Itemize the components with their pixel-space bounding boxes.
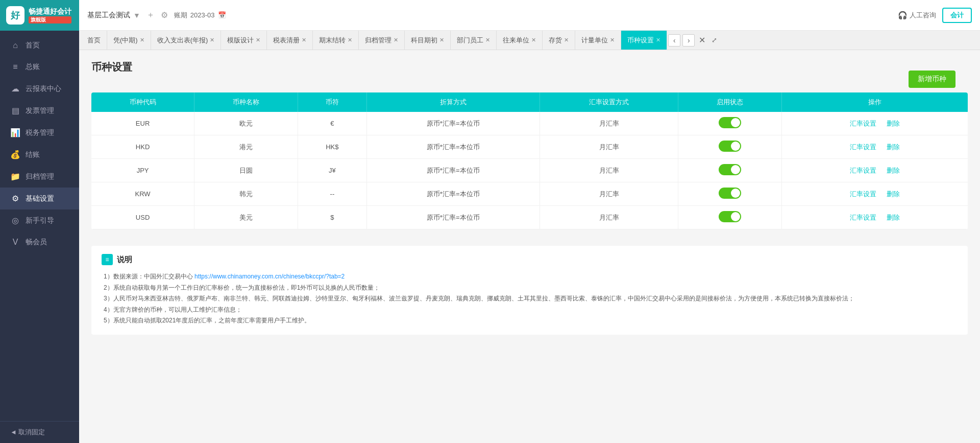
topbar-settings-icon[interactable]: ⚙: [161, 10, 168, 20]
delete-link[interactable]: 删除: [887, 167, 900, 174]
tab-currency[interactable]: 币种设置 ✕: [621, 31, 667, 50]
rate-setting-link[interactable]: 汇率设置: [850, 120, 876, 127]
delete-link[interactable]: 删除: [887, 214, 900, 221]
tab-period-end[interactable]: 期末结转 ✕: [313, 31, 359, 50]
delete-link[interactable]: 删除: [887, 190, 900, 198]
sidebar-item-ledger[interactable]: ≡ 总账: [0, 56, 79, 78]
ledger-icon: ≡: [10, 62, 20, 72]
delete-link[interactable]: 删除: [887, 120, 900, 127]
status-toggle[interactable]: [719, 117, 741, 128]
tab-label: 归档管理: [365, 36, 391, 45]
col-symbol: 币符: [298, 92, 366, 112]
tab-next-button[interactable]: ›: [682, 34, 695, 46]
tab-label: 部门员工: [457, 36, 483, 45]
sidebar-item-reports[interactable]: ☁ 云报表中心: [0, 78, 79, 100]
cell-code: USD: [91, 206, 194, 229]
sidebar-item-guide[interactable]: ◎ 新手引导: [0, 209, 79, 231]
tab-close-icon[interactable]: ✕: [564, 37, 569, 43]
tab-label: 期末结转: [319, 36, 346, 45]
table-row: JPY 日圆 J¥ 原币*汇率=本位币 月汇率 汇率设置 删除: [91, 159, 968, 182]
sidebar-nav: ⌂ 首页 ≡ 总账 ☁ 云报表中心 ▤ 发票管理 📊 税务管理 💰 结账 📁 归…: [0, 31, 79, 421]
cell-status: [678, 112, 782, 135]
sidebar-pin-toggle[interactable]: ◄ 取消固定: [0, 421, 79, 443]
status-toggle[interactable]: [719, 164, 741, 175]
sidebar: 好 畅捷通好会计 旗舰版 ⌂ 首页 ≡ 总账 ☁ 云报表中心 ▤ 发票管理 📊 …: [0, 0, 79, 443]
tab-close-icon[interactable]: ✕: [610, 37, 615, 43]
tab-income[interactable]: 收入支出表(年报) ✕: [151, 31, 222, 50]
col-code: 币种代码: [91, 92, 194, 112]
sidebar-item-home[interactable]: ⌂ 首页: [0, 35, 79, 56]
tab-close-icon[interactable]: ✕: [210, 37, 214, 43]
guide-icon: ◎: [10, 216, 20, 225]
cell-actions: 汇率设置 删除: [782, 159, 968, 182]
tab-contacts[interactable]: 往来单位 ✕: [497, 31, 543, 50]
tab-close-icon[interactable]: ✕: [256, 37, 260, 43]
tab-voucher[interactable]: 凭(中期) ✕: [107, 31, 151, 50]
tab-tax-clear[interactable]: 税表清册 ✕: [267, 31, 313, 50]
rate-setting-link[interactable]: 汇率设置: [850, 167, 876, 174]
tab-template[interactable]: 模版设计 ✕: [221, 31, 267, 50]
add-tab-button[interactable]: ＋: [146, 10, 155, 20]
table-row: EUR 欧元 € 原币*汇率=本位币 月汇率 汇率设置 删除: [91, 112, 968, 135]
company-dropdown-icon[interactable]: ▼: [133, 11, 140, 19]
calendar-icon[interactable]: 📅: [218, 11, 226, 19]
cell-actions: 汇率设置 删除: [782, 182, 968, 206]
rate-setting-link[interactable]: 汇率设置: [850, 143, 876, 151]
new-currency-button[interactable]: 新增币种: [909, 71, 955, 88]
sidebar-item-tax[interactable]: 📊 税务管理: [0, 122, 79, 144]
tab-close-icon[interactable]: ✕: [656, 37, 660, 43]
home-icon: ⌂: [10, 41, 20, 50]
tab-close-icon[interactable]: ✕: [302, 37, 306, 43]
logo-icon: 好: [6, 6, 24, 25]
tab-label: 科目期初: [411, 36, 437, 45]
sidebar-item-member[interactable]: V 畅会员: [0, 231, 79, 253]
tab-department[interactable]: 部门员工 ✕: [451, 31, 497, 50]
cell-status: [678, 135, 782, 159]
delete-link[interactable]: 删除: [887, 143, 900, 151]
sidebar-item-label: 发票管理: [26, 106, 54, 115]
tab-subject-init[interactable]: 科目期初 ✕: [405, 31, 451, 50]
account-button[interactable]: 会计: [942, 8, 972, 23]
tab-close-icon[interactable]: ✕: [485, 37, 490, 43]
cell-symbol: J¥: [298, 159, 366, 182]
sidebar-item-label: 云报表中心: [26, 84, 61, 94]
sidebar-item-archive[interactable]: 📁 归档管理: [0, 166, 79, 188]
settings-icon: ⚙: [10, 194, 20, 203]
sidebar-item-invoice[interactable]: ▤ 发票管理: [0, 100, 79, 122]
cell-name: 日圆: [194, 159, 298, 182]
tab-label: 存货: [549, 36, 562, 45]
status-toggle[interactable]: [719, 211, 741, 222]
sidebar-item-settings[interactable]: ⚙ 基础设置: [0, 188, 79, 209]
tab-unit[interactable]: 计量单位 ✕: [575, 31, 621, 50]
tab-close-icon[interactable]: ✕: [394, 37, 398, 43]
status-toggle[interactable]: [719, 141, 741, 152]
status-toggle[interactable]: [719, 188, 741, 199]
cell-rate-method: 月汇率: [540, 135, 678, 159]
rate-setting-link[interactable]: 汇率设置: [850, 190, 876, 198]
tab-inventory[interactable]: 存货 ✕: [543, 31, 575, 50]
help-button[interactable]: 🎧 人工咨询: [898, 11, 936, 20]
sidebar-item-label: 总账: [26, 62, 40, 72]
tab-prev-button[interactable]: ‹: [668, 34, 680, 46]
logo-sub: 旗舰版: [29, 16, 71, 24]
checkout-icon: 💰: [10, 150, 20, 159]
logo-text: 畅捷通好会计 旗舰版: [29, 7, 71, 24]
cloud-icon: ☁: [10, 84, 20, 94]
tab-archive-mgr[interactable]: 归档管理 ✕: [359, 31, 405, 50]
tab-close-icon[interactable]: ✕: [348, 37, 352, 43]
sidebar-item-checkout[interactable]: 💰 结账: [0, 144, 79, 166]
tab-close-icon[interactable]: ✕: [531, 37, 536, 43]
tab-close-all-button[interactable]: ✕: [696, 34, 708, 46]
tab-close-icon[interactable]: ✕: [439, 37, 444, 43]
cell-symbol: €: [298, 112, 366, 135]
cell-status: [678, 206, 782, 229]
tab-expand-button[interactable]: ⤢: [708, 34, 720, 46]
rate-setting-link[interactable]: 汇率设置: [850, 214, 876, 221]
notes-link[interactable]: https://www.chinamoney.com.cn/chinese/bk…: [194, 273, 345, 280]
tab-home[interactable]: 首页: [81, 31, 107, 50]
tab-close-icon[interactable]: ✕: [140, 37, 144, 43]
col-calc: 折算方式: [366, 92, 540, 112]
cell-rate-method: 月汇率: [540, 182, 678, 206]
tab-label: 计量单位: [581, 36, 608, 45]
tab-label: 模版设计: [227, 36, 254, 45]
